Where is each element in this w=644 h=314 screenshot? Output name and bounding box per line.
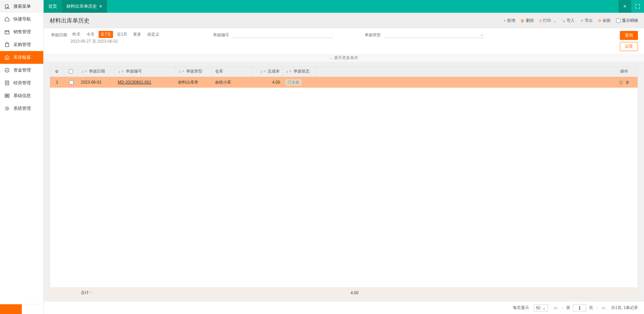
trash-icon: 🗑: [521, 18, 525, 23]
checkbox-column-header[interactable]: [64, 66, 78, 77]
prev-page-button[interactable]: ‹: [561, 306, 564, 310]
tab-material-outbound-history[interactable]: 材料出库单历史 ✕: [62, 0, 107, 13]
preset-today[interactable]: 今天: [85, 31, 97, 38]
page-size-select[interactable]: 50 ⌄: [534, 305, 548, 311]
svg-point-16: [6, 107, 8, 109]
row-index: 1: [50, 77, 64, 88]
row-checkbox[interactable]: [69, 80, 73, 85]
sidebar-item-label: 搜索菜单: [13, 3, 31, 9]
sidebar-item-quicknav[interactable]: 快捷导航: [0, 13, 43, 26]
chevron-down-icon: ⌄: [480, 32, 483, 37]
svg-rect-3: [5, 31, 9, 34]
sidebar-item-business[interactable]: 经营管理: [0, 77, 43, 89]
show-detail-input[interactable]: [616, 18, 621, 23]
print-button[interactable]: ⎙打印⌄: [539, 18, 556, 24]
settings-button[interactable]: 设置: [620, 42, 638, 51]
sidebar-item-label: 销售管理: [13, 29, 31, 35]
page-input[interactable]: [573, 304, 586, 311]
sort-icon: ▲▼: [81, 71, 88, 72]
export-button[interactable]: ↗导出: [580, 18, 593, 24]
sidebar-item-inventory[interactable]: 库存核算: [0, 51, 43, 64]
first-page-button[interactable]: ⏮: [553, 306, 558, 310]
search-icon: [4, 3, 10, 9]
sidebar-item-label: 经营管理: [13, 80, 31, 86]
query-button[interactable]: 查询: [620, 31, 638, 40]
sidebar: 搜索菜单 快捷导航 销售管理 采购管理 库存核算 ¥ 资金管理 经营管理 基础信: [0, 0, 44, 314]
page-title: 材料出库单历史: [50, 17, 90, 25]
doc-no-input[interactable]: [232, 31, 333, 38]
delete-button[interactable]: 🗑删除: [521, 18, 534, 24]
sidebar-footer-right[interactable]: [22, 304, 44, 314]
type-column-header[interactable]: ▲▼单据类型: [175, 66, 212, 77]
sidebar-item-label: 快捷导航: [13, 16, 31, 22]
sidebar-item-system[interactable]: 系统管理: [0, 102, 43, 115]
preset-1month[interactable]: 近1月: [115, 31, 129, 38]
filter-docno-group: 单据编号: [212, 31, 333, 38]
preset-yesterday[interactable]: 昨天: [70, 31, 83, 38]
filter-bar: 单据日期 昨天 今天 近7天 近1月 更多 自定义 2023-05-27 至 2…: [44, 28, 644, 62]
tab-home-label: 首页: [48, 3, 57, 9]
refresh-icon: ⟳: [598, 18, 601, 23]
tabs-bar: 首页 材料出库单历史 ✕ ✕: [44, 0, 644, 13]
add-button[interactable]: +新增: [503, 18, 515, 24]
sidebar-item-label: 系统管理: [13, 105, 31, 111]
warehouse-column-header[interactable]: 仓库: [212, 66, 253, 77]
fullscreen-button[interactable]: [631, 0, 644, 13]
status-column-header[interactable]: ▲▼单据状态: [283, 66, 316, 77]
preset-more[interactable]: 更多: [131, 31, 143, 38]
sidebar-item-sales[interactable]: 销售管理: [0, 26, 43, 38]
sidebar-item-label: 采购管理: [13, 42, 31, 48]
sidebar-item-basicinfo[interactable]: 基础信息: [0, 89, 43, 102]
svg-point-0: [5, 4, 8, 8]
row-type: 材料出库单: [175, 77, 212, 88]
import-button[interactable]: ↘导入: [562, 18, 575, 24]
cost-column-header[interactable]: ▲▼总成本: [253, 66, 283, 77]
tab-close-all-button[interactable]: ✕: [619, 0, 631, 13]
page-label-post: 页: [589, 305, 593, 311]
chevron-down-icon: ⌄: [542, 306, 546, 310]
list-icon: [4, 93, 10, 99]
sidebar-item-funds[interactable]: ¥ 资金管理: [0, 64, 43, 77]
date-column-header[interactable]: ▲▼单据日期: [78, 66, 115, 77]
filter-doctype-group: 单据类型 ⌄: [363, 31, 485, 38]
clipboard-icon: [4, 80, 10, 86]
select-all-checkbox[interactable]: [69, 69, 73, 74]
no-column-header[interactable]: ▲▼单据编号: [115, 66, 175, 77]
home-icon: [4, 16, 10, 22]
sidebar-item-label: 库存核算: [13, 54, 31, 60]
row-warehouse: 余杭小库: [212, 77, 253, 88]
tab-home[interactable]: 首页: [44, 0, 62, 13]
sidebar-item-search[interactable]: 搜索菜单: [0, 0, 43, 13]
refresh-button[interactable]: ⟳刷新: [598, 18, 611, 24]
doc-no-link[interactable]: MD-20230601-001: [118, 80, 151, 85]
next-page-button[interactable]: ›: [596, 306, 598, 310]
delete-icon[interactable]: 🗑: [626, 80, 630, 85]
table-row[interactable]: 1 2023-06-01 MD-20230601-001 材料出库单 余杭小库 …: [50, 77, 638, 88]
bag-icon: [4, 42, 10, 48]
doc-type-select[interactable]: ⌄: [384, 31, 485, 38]
status-badge: 已生效: [285, 79, 302, 86]
preset-custom[interactable]: 自定义: [145, 31, 161, 38]
sidebar-item-purchase[interactable]: 采购管理: [0, 38, 43, 51]
preset-7days[interactable]: 近7天: [99, 31, 113, 38]
sidebar-item-label: 资金管理: [13, 67, 31, 73]
box-icon: [4, 29, 10, 35]
fullscreen-icon: [635, 4, 640, 9]
last-page-button[interactable]: ⏭: [601, 306, 606, 310]
pagination-summary: 共1页, 1条记录: [611, 305, 638, 311]
row-cost: 4.00: [253, 77, 283, 88]
svg-rect-6: [6, 58, 8, 59]
expand-conditions-button[interactable]: ⌄ 展开更多条件: [44, 54, 644, 62]
print-icon: ⎙: [539, 18, 542, 23]
close-icon[interactable]: ✕: [99, 4, 102, 9]
filter-date-label: 单据日期: [50, 31, 67, 38]
tab-active-label: 材料出库单历史: [66, 3, 97, 9]
plus-icon: +: [503, 18, 506, 23]
settings-column-header[interactable]: ⚙: [50, 66, 64, 77]
show-detail-checkbox[interactable]: 显示明细: [616, 18, 638, 24]
sort-icon: ▲▼: [285, 71, 292, 72]
sidebar-item-label: 基础信息: [13, 93, 31, 99]
sidebar-footer-left[interactable]: [0, 304, 22, 314]
filter-docno-label: 单据编号: [212, 31, 229, 38]
view-icon[interactable]: ◫: [619, 80, 623, 85]
